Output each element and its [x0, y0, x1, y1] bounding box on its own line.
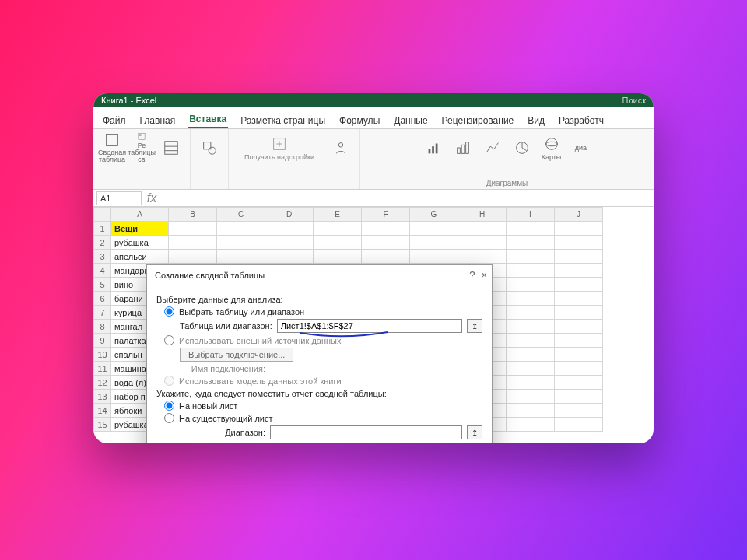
- get-addins-button[interactable]: Получить надстройки: [237, 132, 322, 163]
- radio-data-model-label: Использовать модель данных этой книги: [179, 376, 342, 386]
- search-hint[interactable]: Поиск: [622, 96, 646, 105]
- ribbon-group-addins: Получить надстройки: [229, 129, 360, 189]
- table-icon: [163, 139, 180, 156]
- addins-icon: [271, 135, 288, 152]
- range-field-label: Таблица или диапазон:: [180, 321, 272, 331]
- pivot-dialog: Создание сводной таблицы ? × Выберите да…: [146, 264, 493, 443]
- bar-chart-button[interactable]: [452, 132, 474, 163]
- charts-group-label: Диаграммы: [486, 179, 528, 187]
- table-row[interactable]: 1Вещи: [94, 222, 603, 236]
- maps-button[interactable]: Карты: [541, 132, 563, 163]
- people-graph-button[interactable]: [330, 132, 352, 163]
- svg-point-9: [209, 147, 216, 154]
- tab-layout[interactable]: Разметка страницы: [239, 112, 327, 128]
- radio-select-range-label: Выбрать таблицу или диапазон: [179, 307, 304, 317]
- ribbon-group-illustr: [191, 129, 229, 189]
- connection-name-label: Имя подключения:: [180, 364, 265, 373]
- svg-rect-5: [165, 142, 178, 155]
- recommended-pivot-button[interactable]: Ре таблицы св: [131, 132, 153, 163]
- worksheet[interactable]: ABCDEFGHIJ1Вещи2рубашка3апельси4мандари5…: [93, 207, 654, 443]
- pivot-table-icon: [103, 132, 121, 148]
- dialog-title: Создание сводной таблицы: [155, 271, 265, 280]
- table-row[interactable]: 3апельси: [94, 250, 603, 264]
- tab-file[interactable]: Файл: [101, 112, 128, 128]
- svg-rect-4: [139, 134, 142, 136]
- table-button[interactable]: [160, 132, 182, 163]
- shapes-icon: [201, 139, 218, 156]
- svg-rect-14: [428, 149, 430, 154]
- radio-existing-sheet-label: На существующий лист: [179, 414, 273, 423]
- dialog-body: Выберите данные для анализа: Выбрать таб…: [147, 285, 492, 443]
- table-row[interactable]: 2рубашка: [94, 236, 603, 250]
- radio-external-label: Использовать внешний источник данных: [179, 336, 341, 345]
- chart-icon: [425, 139, 442, 156]
- svg-rect-19: [465, 142, 468, 154]
- choose-connection-button: Выбрать подключение...: [180, 348, 293, 362]
- svg-rect-17: [457, 148, 460, 153]
- ribbon: Сводная таблица Ре таблицы св: [93, 129, 654, 190]
- ribbon-group-charts: Карты диа Диаграммы: [360, 129, 654, 189]
- dest-range-picker-button[interactable]: ↥: [467, 425, 482, 439]
- ribbon-group-tables: Сводная таблица Ре таблицы св: [93, 129, 191, 189]
- radio-existing-sheet[interactable]: [164, 413, 174, 423]
- pivot-table-button[interactable]: Сводная таблица: [101, 132, 123, 163]
- line-chart-button[interactable]: [482, 132, 503, 163]
- radio-new-sheet[interactable]: [164, 401, 174, 411]
- shapes-button[interactable]: [198, 132, 220, 163]
- bar-chart-icon: [454, 139, 472, 156]
- fx-icon[interactable]: fx: [145, 191, 159, 205]
- range-input[interactable]: [277, 319, 462, 333]
- tab-data[interactable]: Данные: [392, 112, 429, 128]
- people-icon: [332, 139, 349, 156]
- recommended-charts-button[interactable]: [423, 132, 444, 163]
- globe-icon: [543, 135, 560, 152]
- tab-review[interactable]: Рецензирование: [440, 112, 516, 128]
- dest-range-input[interactable]: [270, 425, 462, 439]
- line-chart-icon: [484, 139, 501, 156]
- pie-chart-icon: [514, 139, 531, 156]
- svg-point-21: [545, 138, 557, 149]
- recommended-pivot-icon: [133, 132, 150, 141]
- dialog-titlebar: Создание сводной таблицы ? ×: [147, 265, 492, 285]
- radio-new-sheet-label: На новый лист: [179, 401, 237, 411]
- radio-data-model: [164, 376, 174, 386]
- range-picker-button[interactable]: ↥: [467, 319, 482, 333]
- help-button[interactable]: ?: [469, 269, 475, 281]
- svg-rect-18: [461, 145, 465, 153]
- radio-select-range[interactable]: [164, 306, 174, 317]
- svg-point-13: [338, 143, 343, 148]
- ribbon-tabs: Файл Главная Вставка Разметка страницы Ф…: [93, 107, 654, 129]
- tab-formulas[interactable]: Формулы: [338, 112, 381, 128]
- dest-range-label: Диапазон:: [180, 428, 265, 437]
- radio-external-source[interactable]: [164, 335, 174, 345]
- formula-bar: fx: [93, 190, 654, 207]
- tab-insert[interactable]: Вставка: [188, 110, 228, 128]
- section-multi-label: Укажите, следует ли проанализировать нес…: [156, 443, 482, 443]
- pivot-chart-button[interactable]: диа: [570, 132, 592, 163]
- tab-home[interactable]: Главная: [139, 112, 177, 128]
- tab-view[interactable]: Вид: [526, 112, 546, 128]
- svg-point-22: [545, 142, 557, 146]
- svg-rect-15: [432, 146, 434, 153]
- section-source-label: Выберите данные для анализа:: [156, 295, 482, 304]
- titlebar: Книга1 - Excel Поиск: [93, 93, 654, 107]
- app-title: Книга1 - Excel: [101, 96, 156, 105]
- svg-rect-0: [107, 135, 118, 146]
- tab-dev[interactable]: Разработч: [557, 112, 605, 128]
- name-box[interactable]: [96, 191, 142, 205]
- close-button[interactable]: ×: [481, 269, 487, 281]
- section-dest-label: Укажите, куда следует поместить отчет св…: [156, 389, 482, 398]
- excel-window: Книга1 - Excel Поиск Файл Главная Вставк…: [93, 93, 654, 443]
- svg-rect-16: [435, 144, 437, 154]
- pie-chart-button[interactable]: [511, 132, 533, 163]
